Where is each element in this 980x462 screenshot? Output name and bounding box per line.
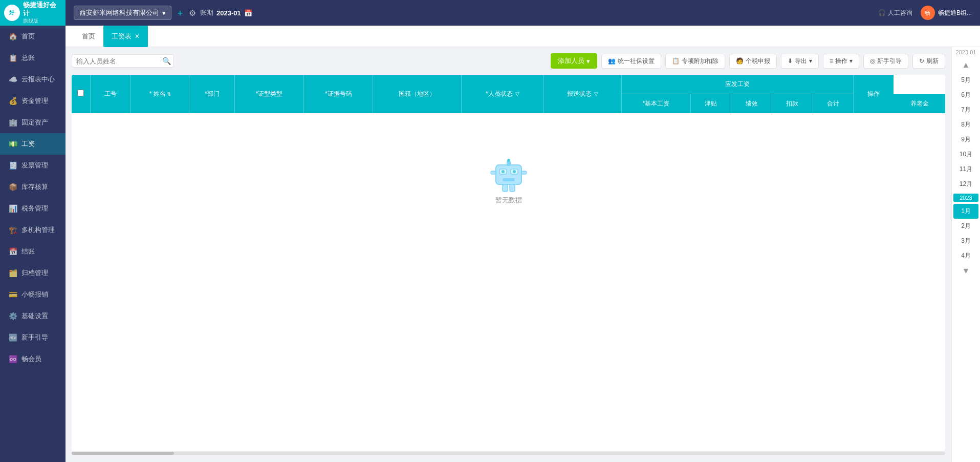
empty-text: 暂无数据 [495, 196, 522, 205]
social-security-button[interactable]: 👥 统一社保设置 [601, 54, 661, 69]
topbar: 西安虾米网络科技有限公司 ▾ ＋ ⚙ 账期 2023-01 📅 🎧 人工咨询 畅… [66, 0, 980, 26]
th-deduction: 扣款 [772, 94, 813, 114]
deduction-icon: 📋 [672, 57, 680, 65]
topbar-period: 账期 2023-01 📅 [200, 8, 252, 17]
submit-filter-icon[interactable]: ▽ [594, 91, 598, 97]
tab-salary[interactable]: 工资表 ✕ [103, 26, 148, 47]
sidebar-item-fund[interactable]: 💰 资金管理 [0, 90, 66, 112]
sidebar: 好 畅捷通好会计 旗舰版 🏠 首页 📋 总账 ☁️ 云报表中心 💰 资金管理 🏢… [0, 0, 66, 462]
avatar-image: 畅 [921, 6, 935, 20]
date-month-6[interactable]: 6月 [953, 88, 979, 102]
date-month-2[interactable]: 2月 [953, 219, 979, 234]
salary-area: 🔍 添加人员 ▾ 👥 统一社保设置 📋 专项附加扣除 [66, 47, 951, 462]
date-month-9[interactable]: 9月 [953, 132, 979, 147]
settings-gear-icon[interactable]: ⚙ [189, 8, 196, 18]
tab-salary-close[interactable]: ✕ [135, 33, 140, 40]
th-id-number: *证据号码 [304, 75, 373, 113]
date-month-7[interactable]: 7月 [953, 102, 979, 117]
sidebar-label-expense: 小畅报销 [21, 290, 48, 299]
date-month-8[interactable]: 8月 [953, 117, 979, 132]
search-icon: 🔍 [162, 57, 171, 65]
th-base-salary: *基本工资 [621, 94, 690, 114]
sidebar-icon-salary: 💵 [8, 140, 17, 148]
sidebar-label-member: 畅会员 [21, 354, 41, 364]
th-allowance: 津贴 [690, 94, 731, 114]
th-total: 合计 [813, 94, 854, 114]
date-month-3[interactable]: 3月 [953, 234, 979, 248]
date-panel-up[interactable]: ▲ [952, 57, 980, 73]
operations-button[interactable]: ≡ 操作 ▾ [823, 54, 859, 69]
th-payroll-group: 应发工资 [621, 75, 853, 94]
calendar-icon[interactable]: 📅 [244, 9, 252, 17]
sidebar-item-archive[interactable]: 🗂️ 归档管理 [0, 262, 66, 284]
sidebar-icon-guide: 🆕 [8, 333, 17, 342]
year-2023-badge: 2023 [953, 194, 979, 202]
date-panel-down[interactable]: ▼ [952, 263, 980, 279]
sidebar-icon-expense: 💳 [8, 290, 17, 299]
tax-icon: 🧑 [736, 57, 744, 65]
date-month-1[interactable]: 1月 [953, 204, 979, 219]
refresh-button[interactable]: ↻ 刷新 [912, 54, 945, 69]
sidebar-item-close[interactable]: 📅 结账 [0, 241, 66, 262]
scrollbar-track[interactable] [72, 452, 945, 455]
th-dept: *部门 [189, 75, 235, 113]
sidebar-item-ledger[interactable]: 📋 总账 [0, 47, 66, 69]
sidebar-item-home[interactable]: 🏠 首页 [0, 26, 66, 47]
sidebar-label-multi-org: 多机构管理 [21, 225, 55, 235]
search-box[interactable]: 🔍 [72, 54, 174, 68]
sidebar-item-invoice[interactable]: 🧾 发票管理 [0, 155, 66, 176]
sidebar-item-member[interactable]: ♾️ 畅会员 [0, 348, 66, 370]
svg-point-4 [513, 170, 516, 173]
name-sort-icon[interactable]: ⇅ [167, 91, 171, 97]
sidebar-label-inventory: 库存核算 [21, 182, 48, 192]
sidebar-item-fixed-assets[interactable]: 🏢 固定资产 [0, 112, 66, 133]
th-nationality: 国籍（地区） [373, 75, 462, 113]
search-input[interactable] [76, 57, 162, 65]
add-person-button[interactable]: 添加人员 ▾ [551, 53, 597, 69]
tab-home[interactable]: 首页 [74, 26, 103, 47]
sidebar-item-multi-org[interactable]: 🏗️ 多机构管理 [0, 219, 66, 241]
export-dropdown-icon: ▾ [809, 57, 812, 65]
special-deduction-button[interactable]: 📋 专项附加扣除 [665, 54, 725, 69]
date-month-11[interactable]: 11月 [953, 162, 979, 177]
sidebar-item-inventory[interactable]: 📦 库存核算 [0, 176, 66, 198]
sidebar-label-ledger: 总账 [21, 53, 35, 62]
date-month-10[interactable]: 10月 [953, 147, 979, 162]
sidebar-icon-multi-org: 🏗️ [8, 226, 17, 234]
add-person-label: 添加人员 [558, 56, 584, 66]
svg-rect-10 [503, 184, 508, 192]
topbar-left: 西安虾米网络科技有限公司 ▾ ＋ ⚙ 账期 2023-01 📅 [74, 6, 252, 20]
select-all-checkbox[interactable] [77, 90, 84, 96]
date-month-5[interactable]: 5月 [953, 73, 979, 88]
guide-button[interactable]: ◎ 新手引导 [863, 54, 908, 69]
toolbar-actions: 添加人员 ▾ 👥 统一社保设置 📋 专项附加扣除 🧑 [551, 53, 945, 69]
headset-icon: 🎧 [878, 9, 886, 16]
th-performance: 绩效 [731, 94, 772, 114]
date-month-12[interactable]: 12月 [953, 177, 979, 192]
ops-dropdown-icon: ▾ [850, 57, 853, 65]
app-logo-text: 畅捷通好会计 旗舰版 [23, 1, 61, 24]
th-submit-status: 报送状态 ▽ [543, 75, 621, 113]
date-month-4[interactable]: 4月 [953, 248, 979, 263]
sidebar-nav: 🏠 首页 📋 总账 ☁️ 云报表中心 💰 资金管理 🏢 固定资产 💵 工资 🧾 … [0, 26, 66, 462]
export-icon: ⬇ [788, 57, 793, 65]
user-avatar[interactable]: 畅 畅捷通B组... [921, 6, 972, 20]
sidebar-item-tax[interactable]: 📊 税务管理 [0, 198, 66, 219]
sidebar-label-home: 首页 [21, 32, 35, 41]
sidebar-item-salary[interactable]: 💵 工资 [0, 133, 66, 155]
add-company-icon[interactable]: ＋ [176, 7, 185, 19]
personal-tax-button[interactable]: 🧑 个税申报 [729, 54, 777, 69]
sidebar-label-archive: 归档管理 [21, 268, 48, 278]
sidebar-item-cloud-report[interactable]: ☁️ 云报表中心 [0, 69, 66, 90]
sidebar-item-settings[interactable]: ⚙️ 基础设置 [0, 305, 66, 327]
scrollbar-thumb[interactable] [72, 452, 174, 455]
svg-rect-9 [521, 171, 527, 174]
sidebar-item-expense[interactable]: 💳 小畅报销 [0, 284, 66, 305]
sidebar-item-guide[interactable]: 🆕 新手引导 [0, 327, 66, 348]
sidebar-label-fixed-assets: 固定资产 [21, 118, 48, 127]
service-button[interactable]: 🎧 人工咨询 [878, 9, 912, 17]
export-button[interactable]: ⬇ 导出 ▾ [781, 54, 819, 69]
company-selector[interactable]: 西安虾米网络科技有限公司 ▾ [74, 6, 171, 20]
status-filter-icon[interactable]: ▽ [515, 91, 519, 97]
svg-point-7 [507, 159, 510, 162]
